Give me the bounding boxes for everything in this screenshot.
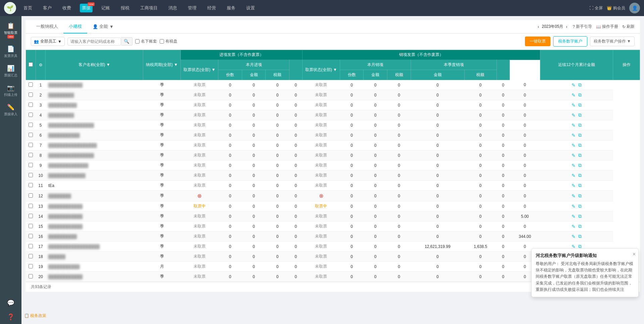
row-checkbox[interactable] bbox=[26, 171, 36, 181]
copy-icon[interactable]: ⧉ bbox=[578, 112, 582, 118]
copy-icon[interactable]: ⧉ bbox=[578, 102, 582, 108]
tab-small-scale[interactable]: 小规模 bbox=[63, 20, 87, 34]
tax-policy-link[interactable]: 📋 税务政策 bbox=[24, 313, 46, 319]
manual-button[interactable]: 📖 操作手册 bbox=[596, 24, 618, 29]
one-key-ticket-button[interactable]: 一键取票 bbox=[525, 37, 550, 46]
edit-icon[interactable]: ✎ bbox=[572, 193, 576, 199]
edit-icon[interactable]: ✎ bbox=[572, 183, 576, 188]
edit-icon[interactable]: ✎ bbox=[572, 82, 576, 88]
row-checkbox[interactable] bbox=[26, 140, 36, 150]
notification-close-button[interactable]: × bbox=[633, 251, 636, 257]
nav-home[interactable]: 首页 bbox=[21, 4, 34, 12]
employee-filter[interactable]: 👥 全部员工 ▼ bbox=[31, 37, 65, 46]
row-checkbox[interactable] bbox=[26, 181, 36, 191]
sidebar-item-scan[interactable]: 📷 扫描上传 bbox=[0, 81, 21, 100]
checkbox-my-accounts-input[interactable] bbox=[135, 39, 140, 44]
th-client-name[interactable]: 客户名称(全部) ▼ bbox=[46, 50, 143, 80]
new-guide-button[interactable]: ? 新手引导 bbox=[573, 24, 592, 29]
th-out-ticket-status[interactable]: 取票状态(全部) ▼ bbox=[302, 60, 340, 80]
row-checkbox[interactable] bbox=[26, 252, 36, 262]
row-checkbox[interactable] bbox=[26, 110, 36, 120]
edit-icon[interactable]: ✎ bbox=[572, 113, 576, 118]
checkbox-my-accounts[interactable]: 名下账套 bbox=[135, 39, 157, 44]
copy-icon[interactable]: ⧉ bbox=[578, 213, 582, 219]
copy-icon[interactable]: ⧉ bbox=[578, 82, 582, 88]
nav-manage[interactable]: 管理 bbox=[186, 4, 199, 12]
edit-icon[interactable]: ✎ bbox=[572, 92, 576, 98]
fullscreen-button[interactable]: ⛶ 全屏 bbox=[589, 5, 603, 11]
sidebar-item-entry[interactable]: ✏️ 票据录入 bbox=[0, 100, 21, 120]
select-all-checkbox[interactable] bbox=[29, 62, 33, 67]
nav-ticket[interactable]: 票据 new bbox=[80, 4, 93, 12]
edit-icon[interactable]: ✎ bbox=[572, 204, 576, 209]
row-checkbox[interactable] bbox=[26, 191, 36, 201]
row-checkbox[interactable] bbox=[26, 130, 36, 140]
checkbox-has-tax-disk-input[interactable] bbox=[160, 39, 164, 44]
row-out-tax: 0 bbox=[387, 110, 411, 120]
nav-message[interactable]: 消息 bbox=[166, 4, 179, 12]
nav-accounting[interactable]: 记账 bbox=[99, 4, 112, 12]
copy-icon[interactable]: ⧉ bbox=[578, 203, 582, 209]
copy-icon[interactable]: ⧉ bbox=[578, 92, 582, 98]
copy-icon[interactable]: ⧉ bbox=[578, 132, 582, 138]
copy-icon[interactable]: ⧉ bbox=[578, 142, 582, 148]
row-checkbox[interactable] bbox=[26, 160, 36, 171]
search-input[interactable] bbox=[67, 38, 121, 46]
row-checkbox[interactable] bbox=[26, 150, 36, 160]
edit-icon[interactable]: ✎ bbox=[572, 123, 576, 128]
nav-operation[interactable]: 经营 bbox=[205, 4, 218, 12]
copy-icon[interactable]: ⧉ bbox=[578, 223, 582, 229]
nav-service[interactable]: 服务 bbox=[225, 4, 237, 12]
row-checkbox[interactable] bbox=[26, 262, 36, 272]
copy-icon[interactable]: ⧉ bbox=[578, 122, 582, 128]
edit-icon[interactable]: ✎ bbox=[572, 173, 576, 178]
row-checkbox[interactable] bbox=[26, 100, 36, 110]
copy-icon[interactable]: ⧉ bbox=[578, 163, 582, 168]
row-checkbox[interactable] bbox=[26, 221, 36, 232]
edit-icon[interactable]: ✎ bbox=[572, 163, 576, 168]
row-checkbox[interactable] bbox=[26, 80, 36, 90]
copy-icon[interactable]: ⧉ bbox=[578, 234, 582, 239]
row-checkbox[interactable] bbox=[26, 201, 36, 211]
edit-icon[interactable]: ✎ bbox=[572, 133, 576, 138]
th-in-ticket-status[interactable]: 取票状态(全部) ▼ bbox=[181, 60, 218, 80]
row-checkbox[interactable] bbox=[26, 242, 36, 252]
edit-icon[interactable]: ✎ bbox=[572, 143, 576, 148]
row-checkbox[interactable] bbox=[26, 272, 36, 282]
row-checkbox[interactable] bbox=[26, 211, 36, 221]
sidebar-item-chat[interactable]: 💬 bbox=[7, 296, 14, 310]
nav-business[interactable]: 工商项目 bbox=[138, 4, 160, 12]
tab-all[interactable]: 👤 全能 ▼ bbox=[87, 20, 119, 34]
period-next-button[interactable]: › bbox=[566, 24, 567, 29]
th-tax-cycle[interactable]: 纳税周期(全部) ▼ bbox=[143, 50, 180, 80]
row-checkbox[interactable] bbox=[26, 232, 36, 242]
tab-general-taxpayer[interactable]: 一般纳税人 bbox=[31, 20, 63, 34]
edit-icon[interactable]: ✎ bbox=[572, 234, 576, 239]
tax-digital-button[interactable]: 税务数字账户 bbox=[553, 36, 587, 47]
edit-icon[interactable]: ✎ bbox=[572, 224, 576, 229]
nav-settings[interactable]: 设置 bbox=[244, 4, 257, 12]
checkbox-has-tax-disk[interactable]: 有税盘 bbox=[160, 39, 177, 44]
nav-client[interactable]: 客户 bbox=[41, 4, 54, 12]
row-checkbox[interactable] bbox=[26, 90, 36, 100]
refresh-button[interactable]: ↻ 刷新 bbox=[622, 24, 635, 29]
row-checkbox[interactable] bbox=[26, 120, 36, 130]
copy-icon[interactable]: ⧉ bbox=[578, 152, 582, 158]
sidebar-item-invoice[interactable]: 📄 发票开具 bbox=[0, 42, 21, 61]
vip-button[interactable]: 👑 购会员 bbox=[607, 5, 625, 11]
nav-fee[interactable]: 收费 bbox=[60, 4, 73, 12]
period-prev-button[interactable]: ‹ bbox=[538, 24, 539, 29]
tax-digital-ops-button[interactable]: 税务数字账户操作 ▼ bbox=[590, 37, 635, 46]
nav-tax[interactable]: 报税 bbox=[119, 4, 131, 12]
sidebar-item-summary[interactable]: 📊 票据汇总 bbox=[0, 61, 21, 81]
sidebar-item-help[interactable]: ❓ bbox=[7, 310, 14, 324]
copy-icon[interactable]: ⧉ bbox=[578, 193, 582, 199]
edit-icon[interactable]: ✎ bbox=[572, 214, 576, 219]
user-avatar[interactable]: 👤 bbox=[629, 3, 640, 13]
edit-icon[interactable]: ✎ bbox=[572, 103, 576, 108]
sidebar-item-smart-ticket[interactable]: 📋 智能取票 new bbox=[0, 19, 21, 42]
search-button[interactable]: 🔍 bbox=[121, 37, 132, 46]
copy-icon[interactable]: ⧉ bbox=[578, 183, 582, 188]
edit-icon[interactable]: ✎ bbox=[572, 153, 576, 158]
copy-icon[interactable]: ⧉ bbox=[578, 173, 582, 178]
